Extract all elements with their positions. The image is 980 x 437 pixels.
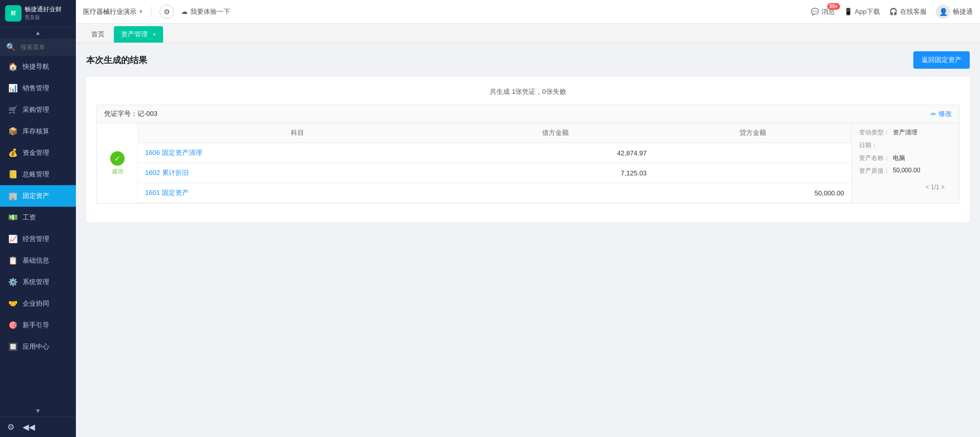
logo-icon: 财 — [5, 5, 22, 22]
service-icon: 🎧 — [889, 8, 897, 15]
debit-cell: 42,874.97 — [456, 143, 654, 163]
message-button[interactable]: 💬 消息 99+ — [811, 7, 835, 16]
funds-icon: 💰 — [8, 148, 17, 157]
sidebar-item-sales[interactable]: 📊 销售管理 — [0, 77, 76, 99]
credit-cell: 50,000.00 — [654, 183, 851, 203]
date-label: 日期： — [859, 141, 877, 150]
voucher-table: 科目 借方金额 贷方金额 1606 固定资产清理 42,874.97 — [138, 123, 851, 203]
col-debit: 借方金额 — [456, 123, 654, 143]
topbar-right: 💬 消息 99+ 📱 App下载 🎧 在线客服 👤 畅捷通 — [811, 5, 973, 19]
credit-cell — [654, 143, 851, 163]
sidebar-scroll-down[interactable]: ▼ — [0, 405, 76, 416]
debit-cell — [456, 183, 654, 203]
sidebar-item-label: 应用中心 — [23, 342, 49, 351]
sidebar-item-basic-info[interactable]: 📋 基础信息 — [0, 250, 76, 271]
sidebar-item-quicknav[interactable]: 🏠 快捷导航 — [0, 56, 76, 77]
sidebar-item-label: 快捷导航 — [23, 62, 49, 71]
sidebar-search[interactable]: 🔍 — [0, 38, 76, 56]
app-download-button[interactable]: 📱 App下载 — [844, 7, 880, 16]
account-cell: 1601 固定资产 — [138, 183, 456, 203]
tab-asset-management[interactable]: 资产管理 × — [114, 26, 163, 43]
tab-home[interactable]: 首页 — [84, 26, 112, 43]
cloud-icon: ☁ — [181, 8, 188, 15]
workspace-selector[interactable]: 医疗器械行业演示 ▾ — [83, 7, 143, 16]
pagination[interactable]: < 1/1 > — [859, 180, 952, 195]
account-cell: 1602 累计折旧 — [138, 163, 456, 183]
sidebar-item-label: 经营管理 — [23, 234, 49, 244]
sidebar-item-label: 资金管理 — [23, 148, 49, 157]
sidebar-item-inventory[interactable]: 📦 库存核算 — [0, 121, 76, 142]
sidebar-item-apps[interactable]: 🔲 应用中心 — [0, 336, 76, 357]
edit-button[interactable]: ✏ 修改 — [931, 109, 952, 118]
main-area: 医疗器械行业演示 ▾ ⚙ ☁ 我要体验一下 💬 消息 99+ 📱 App下载 🎧… — [76, 0, 980, 437]
credit-cell — [654, 163, 851, 183]
message-icon: 💬 — [811, 8, 819, 15]
side-asset-name: 资产名称： 电脑 — [859, 154, 952, 163]
success-label: 成功 — [112, 168, 123, 175]
avatar: 👤 — [936, 5, 950, 19]
topbar-divider — [151, 7, 151, 17]
inventory-icon: 📦 — [8, 127, 17, 136]
sidebar: 财 畅捷通好业财 普及版 ▲ 🔍 🏠 快捷导航 📊 销售管理 🛒 采购管理 📦 … — [0, 0, 76, 437]
username: 畅捷通 — [953, 7, 973, 16]
sidebar-item-purchase[interactable]: 🛒 采购管理 — [0, 99, 76, 121]
settings-button[interactable]: ⚙ — [159, 5, 174, 19]
sidebar-item-label: 企业协同 — [23, 299, 49, 308]
search-icon: 🔍 — [6, 43, 15, 52]
edit-icon: ✏ — [931, 110, 936, 118]
chevron-down-icon: ▾ — [139, 8, 143, 15]
page-content: 本次生成的结果 返回固定资产 共生成 1张凭证，0张失败 凭证字号：记-003 … — [76, 43, 980, 437]
try-feature-button[interactable]: ☁ 我要体验一下 — [181, 7, 230, 16]
back-to-fixed-assets-button[interactable]: 返回固定资产 — [913, 51, 970, 69]
collapse-icon[interactable]: ◀◀ — [23, 422, 35, 432]
sidebar-item-payroll[interactable]: 💵 工资 — [0, 207, 76, 228]
table-row: 1602 累计折旧 7,125.03 — [138, 163, 851, 183]
account-cell: 1606 固定资产清理 — [138, 143, 456, 163]
tab-close-icon[interactable]: × — [153, 31, 156, 37]
sidebar-item-ledger[interactable]: 📒 总账管理 — [0, 164, 76, 185]
sidebar-item-label: 固定资产 — [23, 191, 49, 201]
debit-cell: 7,125.03 — [456, 163, 654, 183]
page-header: 本次生成的结果 返回固定资产 — [86, 51, 970, 69]
sidebar-item-label: 系统管理 — [23, 277, 49, 287]
side-change-type: 变动类型： 资产清理 — [859, 128, 952, 137]
col-subject: 科目 — [138, 123, 456, 143]
voucher-id: 凭证字号：记-003 — [104, 109, 157, 118]
sidebar-item-enterprise[interactable]: 🤝 企业协同 — [0, 293, 76, 314]
sidebar-scroll-up[interactable]: ▲ — [0, 27, 76, 38]
side-date: 日期： — [859, 141, 952, 150]
logo-sub: 普及版 — [25, 14, 62, 21]
col-credit: 贷方金额 — [654, 123, 851, 143]
user-avatar-area[interactable]: 👤 畅捷通 — [936, 5, 973, 19]
result-summary: 共生成 1张凭证，0张失败 — [96, 87, 959, 96]
online-service-button[interactable]: 🎧 在线客服 — [889, 7, 927, 16]
sidebar-item-label: 新手引导 — [23, 321, 49, 330]
apps-icon: 🔲 — [8, 342, 17, 351]
sidebar-item-fixed-assets[interactable]: 🏢 固定资产 — [0, 185, 76, 207]
sidebar-item-system[interactable]: ⚙️ 系统管理 — [0, 271, 76, 293]
message-badge: 99+ — [827, 3, 840, 10]
voucher-side-panel: 变动类型： 资产清理 日期： 资产名称： 电脑 资产原值： — [851, 123, 959, 203]
sidebar-item-label: 库存核算 — [23, 127, 49, 136]
sidebar-item-guide[interactable]: 🎯 新手引导 — [0, 314, 76, 336]
basic-info-icon: 📋 — [8, 256, 17, 265]
result-card: 共生成 1张凭证，0张失败 凭证字号：记-003 ✏ 修改 ✓ 成功 — [86, 77, 970, 222]
workspace-name: 医疗器械行业演示 — [83, 7, 136, 16]
settings-icon[interactable]: ⚙ — [7, 422, 14, 432]
search-input[interactable] — [21, 44, 70, 51]
sidebar-item-funds[interactable]: 💰 资金管理 — [0, 142, 76, 164]
enterprise-icon: 🤝 — [8, 299, 17, 308]
asset-name-value: 电脑 — [893, 154, 905, 163]
sidebar-item-label: 总账管理 — [23, 170, 49, 179]
app-download-label: App下载 — [855, 7, 880, 16]
sidebar-item-operations[interactable]: 📈 经营管理 — [0, 228, 76, 250]
system-icon: ⚙️ — [8, 277, 17, 287]
original-value-label: 资产原值： — [859, 167, 890, 175]
voucher-content: ✓ 成功 科目 借方金额 贷方金额 — [97, 123, 959, 203]
success-status: ✓ 成功 — [103, 146, 132, 181]
voucher-header: 凭证字号：记-003 ✏ 修改 — [97, 105, 959, 123]
table-row: 1601 固定资产 50,000.00 — [138, 183, 851, 203]
sidebar-item-label: 基础信息 — [23, 256, 49, 265]
side-original-value: 资产原值： 50,000.00 — [859, 167, 952, 175]
guide-icon: 🎯 — [8, 321, 17, 330]
